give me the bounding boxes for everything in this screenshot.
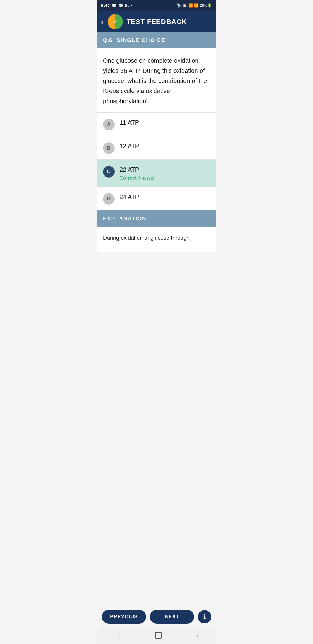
header: ‹ ✓ TEST FEEDBACK [97,11,216,32]
previous-button[interactable]: PREVIOUS [102,610,146,624]
info-button[interactable]: ℹ [198,610,211,623]
option-d-badge: D [103,193,115,205]
question-number: Q.6 [103,37,112,43]
explanation-text: During oxidation of glucose through [103,234,210,242]
android-back-icon[interactable]: ‹ [197,631,199,639]
status-left: 6:47 💬 💬 filo • [101,3,133,8]
android-menu-icon[interactable]: ||| [114,632,120,639]
alarm-icon: ⏰ [182,3,187,8]
bottom-nav: PREVIOUS NEXT ℹ [97,607,216,627]
battery-text: 29%🔋 [200,3,212,8]
option-c-text: 22 ATP [120,165,210,174]
android-navbar: ||| ‹ [97,627,216,644]
back-button[interactable]: ‹ [101,18,104,26]
option-b-content: 12 ATP [120,142,210,150]
option-d[interactable]: D 24 ATP [97,187,216,210]
filo-icon: filo [125,4,129,7]
next-button[interactable]: NEXT [150,610,194,624]
header-title: TEST FEEDBACK [127,18,187,26]
logo-check-icon: ✓ [112,18,118,26]
explanation-body: During oxidation of glucose through [97,227,216,252]
status-time: 6:47 [101,3,110,8]
option-a-content: 11 ATP [120,118,210,127]
question-section-header: Q.6 SINGLE CHOICE [97,32,216,48]
wifi-icon: 📶 [188,3,193,8]
options-container: A 11 ATP B 12 ATP C 22 ATP Correct Answe… [97,112,216,210]
logo: ✓ [108,14,123,29]
explanation-header: EXPLANATION [97,210,216,227]
option-b-badge: B [103,142,115,154]
signal-icon: 📶 [194,3,199,8]
question-type: SINGLE CHOICE [117,37,166,43]
question-text: One glucose on complete oxidation yields… [103,56,210,106]
option-c-content: 22 ATP Correct Answer [120,165,210,181]
option-d-content: 24 ATP [120,193,210,201]
option-c[interactable]: C 22 ATP Correct Answer [97,159,216,187]
dot-indicator: • [131,3,133,8]
cast-icon: 📡 [177,3,181,8]
android-home-icon[interactable] [155,632,162,639]
info-icon: ℹ [203,613,206,620]
status-right: 📡 ⏰ 📶 📶 29%🔋 [177,3,212,8]
option-d-text: 24 ATP [120,193,210,201]
whatsapp-icon: 💬 [112,3,116,8]
option-b-text: 12 ATP [120,142,210,150]
option-c-badge: C [103,166,115,178]
explanation-label: EXPLANATION [103,216,147,222]
option-b[interactable]: B 12 ATP [97,136,216,159]
option-a-text: 11 ATP [120,118,210,127]
message-icon: 💬 [118,3,123,8]
question-body: One glucose on complete oxidation yields… [97,48,216,112]
status-bar: 6:47 💬 💬 filo • 📡 ⏰ 📶 📶 29%🔋 [97,0,216,11]
option-a-badge: A [103,119,115,130]
correct-answer-label: Correct Answer [120,175,210,181]
option-a[interactable]: A 11 ATP [97,112,216,136]
